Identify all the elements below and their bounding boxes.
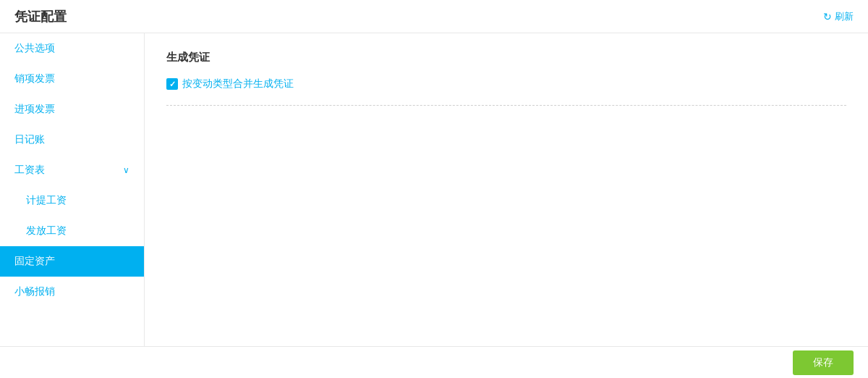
divider <box>166 105 846 106</box>
sidebar-item-label: 计提工资 <box>26 194 67 207</box>
sidebar-item-label: 发放工资 <box>26 224 67 238</box>
sidebar-item-label: 公共选项 <box>14 42 55 55</box>
sidebar-item-journal[interactable]: 日记账 <box>0 125 144 155</box>
sidebar-item-label: 工资表 <box>14 164 45 177</box>
save-button[interactable]: 保存 <box>793 350 854 375</box>
sidebar: 公共选项销项发票进项发票日记账工资表∨计提工资发放工资固定资产小畅报销 <box>0 33 145 346</box>
chevron-down-icon: ∨ <box>123 165 129 175</box>
checkbox-label: 按变动类型合并生成凭证 <box>182 77 294 91</box>
checkbox-item[interactable]: 按变动类型合并生成凭证 <box>166 77 294 91</box>
sidebar-item-payroll-distribute[interactable]: 发放工资 <box>0 216 144 246</box>
refresh-icon: ↻ <box>823 11 832 22</box>
content-area: 生成凭证 按变动类型合并生成凭证 <box>145 33 868 346</box>
refresh-label: 刷新 <box>835 10 854 23</box>
sidebar-item-label: 固定资产 <box>14 255 55 268</box>
page-title: 凭证配置 <box>14 8 67 25</box>
sidebar-item-expense[interactable]: 小畅报销 <box>0 277 144 307</box>
sidebar-item-payroll-accrual[interactable]: 计提工资 <box>0 185 144 216</box>
sidebar-item-public[interactable]: 公共选项 <box>0 33 144 64</box>
checkbox-row: 按变动类型合并生成凭证 <box>166 77 846 91</box>
main-layout: 公共选项销项发票进项发票日记账工资表∨计提工资发放工资固定资产小畅报销 生成凭证… <box>0 33 868 346</box>
sidebar-item-payroll[interactable]: 工资表∨ <box>0 155 144 185</box>
sidebar-item-fixed-assets[interactable]: 固定资产 <box>0 246 144 277</box>
section-title: 生成凭证 <box>166 51 846 64</box>
header: 凭证配置 ↻ 刷新 <box>0 0 868 33</box>
sidebar-item-label: 小畅报销 <box>14 285 55 298</box>
sidebar-item-label: 进项发票 <box>14 103 55 116</box>
footer: 保存 <box>0 346 868 378</box>
refresh-button[interactable]: ↻ 刷新 <box>823 10 854 23</box>
sidebar-item-sales-invoice[interactable]: 销项发票 <box>0 64 144 94</box>
checkbox-box[interactable] <box>166 78 178 90</box>
sidebar-item-label: 日记账 <box>14 133 45 146</box>
sidebar-item-purchase-invoice[interactable]: 进项发票 <box>0 94 144 125</box>
sidebar-item-label: 销项发票 <box>14 72 55 85</box>
